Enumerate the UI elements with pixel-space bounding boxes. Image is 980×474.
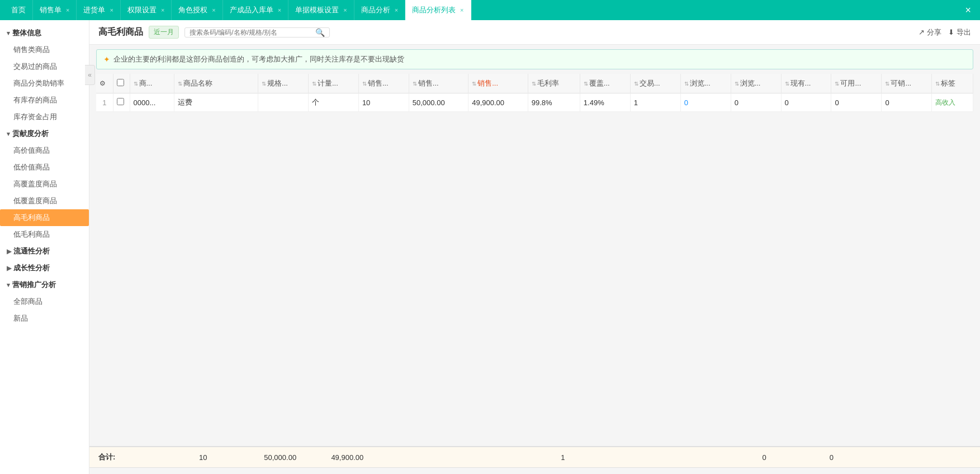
cell-tag: 高收入 — [932, 93, 973, 112]
sidebar-item-stock-goods[interactable]: 有库存的商品 — [0, 92, 89, 109]
expand-contribution-icon: ▾ — [7, 130, 10, 138]
col-code[interactable]: ⇅商... — [130, 74, 174, 93]
sidebar-item-stock-capital[interactable]: 库存资金占用 — [0, 109, 89, 125]
close-goods-analysis-list-tab[interactable]: × — [460, 7, 463, 13]
nav-tab-role[interactable]: 角色授权 × — [172, 0, 222, 20]
nav-tab-sales[interactable]: 销售单 × — [33, 0, 77, 20]
right-panel: 高毛利商品 近一月 🔍 ↗ 分享 ⬇ 导出 ✦ 企业的主要的利润都是这部分商品创… — [89, 20, 980, 474]
sidebar-group-marketing[interactable]: ▾ 营销推广分析 — [0, 276, 89, 293]
col-margin-rate[interactable]: ⇅毛利率 — [528, 74, 580, 93]
data-table-container: ⚙ ⇅商... ⇅商品名称 ⇅规格... ⇅计量... ⇅销售... ⇅销售..… — [96, 74, 973, 446]
col-name[interactable]: ⇅商品名称 — [174, 74, 258, 93]
sidebar-item-low-value[interactable]: 低价值商品 — [0, 159, 89, 176]
col-spec[interactable]: ⇅规格... — [258, 74, 309, 93]
col-unit[interactable]: ⇅计量... — [308, 74, 358, 93]
nav-tab-product-in[interactable]: 产成品入库单 × — [223, 0, 288, 20]
footer-available: 0 — [770, 453, 837, 462]
close-goods-analysis-tab[interactable]: × — [395, 7, 398, 13]
col-available[interactable]: ⇅可用... — [831, 74, 882, 93]
expand-circulation-icon: ▶ — [7, 248, 11, 255]
sidebar-group-circulation[interactable]: ▶ 流通性分析 — [0, 243, 89, 260]
sidebar-item-high-margin[interactable]: 高毛利商品 — [0, 209, 89, 226]
share-icon: ↗ — [919, 28, 925, 36]
total-label: 合计: — [98, 452, 165, 462]
footer-current-stock: 0 — [703, 453, 770, 462]
close-role-tab[interactable]: × — [212, 7, 215, 13]
nav-tab-goods-analysis-list[interactable]: 商品分析列表 × — [405, 0, 471, 20]
cell-sales-cost: 49,900.00 — [468, 93, 528, 112]
col-views2[interactable]: ⇅浏览... — [731, 74, 781, 93]
export-button[interactable]: ⬇ 导出 — [948, 27, 971, 37]
nav-tab-permission[interactable]: 权限设置 × — [121, 0, 172, 20]
sidebar-item-high-value[interactable]: 高价值商品 — [0, 142, 89, 159]
cell-spec — [258, 93, 309, 112]
search-icon[interactable]: 🔍 — [315, 28, 325, 37]
sidebar-item-traded-goods[interactable]: 交易过的商品 — [0, 58, 89, 75]
nav-tab-home[interactable]: 首页 — [4, 0, 33, 20]
close-purchase-tab[interactable]: × — [110, 7, 113, 13]
footer-total-row: 合计: 10 50,000.00 49,900.00 1 0 0 — [89, 446, 980, 467]
horizontal-scrollbar[interactable] — [89, 467, 980, 474]
notice-bar: ✦ 企业的主要的利润都是这部分商品创造的，可考虑加大推广，同时关注库存是不要出现… — [96, 49, 973, 69]
nav-tab-template[interactable]: 单据模板设置 × — [288, 0, 354, 20]
col-settings[interactable]: ⚙ — [96, 74, 113, 93]
expand-marketing-icon: ▾ — [7, 281, 10, 289]
cell-name: 运费 — [174, 93, 258, 112]
col-views1[interactable]: ⇅浏览... — [680, 74, 731, 93]
sidebar-group-contribution[interactable]: ▾ 贡献度分析 — [0, 125, 89, 142]
cell-sales-amount: 50,000.00 — [409, 93, 468, 112]
close-permission-tab[interactable]: × — [161, 7, 164, 13]
top-navigation: 首页 销售单 × 进货单 × 权限设置 × 角色授权 × 产成品入库单 × 单据… — [0, 0, 980, 20]
sidebar-collapse-button[interactable]: « — [85, 65, 95, 85]
data-table: ⚙ ⇅商... ⇅商品名称 ⇅规格... ⇅计量... ⇅销售... ⇅销售..… — [96, 74, 973, 112]
nav-tab-goods-analysis[interactable]: 商品分析 × — [354, 0, 405, 20]
col-checkbox — [113, 74, 130, 93]
table-row: 1 0000... 运费 个 10 50,000.00 49,900.00 99… — [96, 93, 973, 112]
cell-transactions: 1 — [630, 93, 680, 112]
sidebar-item-high-coverage[interactable]: 高覆盖度商品 — [0, 176, 89, 193]
cell-views2: 0 — [731, 93, 781, 112]
col-current-stock[interactable]: ⇅现有... — [781, 74, 831, 93]
nav-tab-purchase[interactable]: 进货单 × — [77, 0, 120, 20]
col-coverage[interactable]: ⇅覆盖... — [580, 74, 630, 93]
cell-current-stock: 0 — [781, 93, 831, 112]
search-input[interactable] — [190, 29, 315, 36]
col-sales-qty[interactable]: ⇅销售... — [358, 74, 409, 93]
row-checkbox[interactable] — [117, 98, 124, 105]
footer-sales-qty: 10 — [165, 453, 233, 462]
col-sellable[interactable]: ⇅可销... — [882, 74, 932, 93]
footer-views2 — [636, 453, 703, 462]
col-sales-cost[interactable]: ⇅销售... — [468, 74, 528, 93]
sidebar-group-overall[interactable]: ▾ 整体信息 — [0, 25, 89, 41]
sidebar-item-category-rate[interactable]: 商品分类助销率 — [0, 75, 89, 92]
cell-sales-qty: 10 — [358, 93, 409, 112]
footer-margin — [367, 453, 434, 462]
col-transactions[interactable]: ⇅交易... — [630, 74, 680, 93]
close-product-in-tab[interactable]: × — [278, 7, 281, 13]
sidebar-item-new-goods[interactable]: 新品 — [0, 310, 89, 327]
cell-checkbox[interactable] — [113, 93, 130, 112]
close-all-tabs[interactable]: × — [960, 4, 976, 16]
share-button[interactable]: ↗ 分享 — [919, 27, 941, 37]
select-all-checkbox[interactable] — [117, 79, 124, 86]
close-sales-tab[interactable]: × — [66, 7, 69, 13]
close-template-tab[interactable]: × — [343, 7, 347, 13]
footer-transactions: 1 — [501, 453, 568, 462]
cell-views1[interactable]: 0 — [680, 93, 731, 112]
search-box: 🔍 — [184, 27, 330, 37]
footer-sellable — [837, 453, 904, 462]
sidebar-item-low-coverage[interactable]: 低覆盖度商品 — [0, 193, 89, 209]
sidebar-item-low-margin[interactable]: 低毛利商品 — [0, 226, 89, 243]
col-sales-amount[interactable]: ⇅销售... — [409, 74, 468, 93]
sidebar-item-sales-goods[interactable]: 销售类商品 — [0, 41, 89, 58]
sidebar-item-all-goods[interactable]: 全部商品 — [0, 293, 89, 310]
footer-values: 10 50,000.00 49,900.00 1 0 0 — [165, 453, 971, 462]
cell-code: 0000... — [130, 93, 174, 112]
footer-sales-amount: 50,000.00 — [233, 453, 300, 462]
filter-recent-month[interactable]: 近一月 — [149, 26, 179, 39]
col-tag[interactable]: ⇅标签 — [932, 74, 973, 93]
sidebar-group-growth[interactable]: ▶ 成长性分析 — [0, 260, 89, 276]
expand-overall-icon: ▾ — [7, 30, 10, 37]
panel-header: 高毛利商品 近一月 🔍 ↗ 分享 ⬇ 导出 — [89, 20, 980, 45]
footer-sales-cost: 49,900.00 — [300, 453, 367, 462]
